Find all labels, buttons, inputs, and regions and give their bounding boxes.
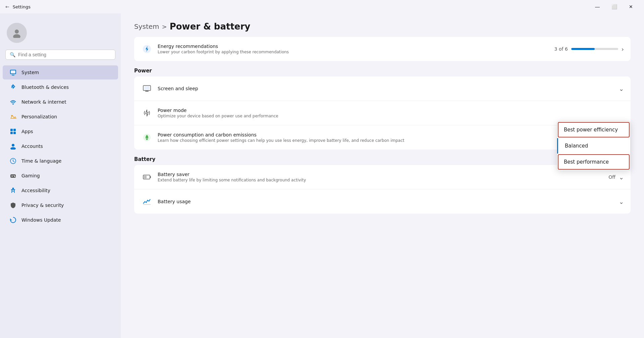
sidebar-item-privacy[interactable]: Privacy & security [3, 198, 118, 212]
energy-right: 3 of 6 [554, 46, 624, 53]
user-avatar-area [0, 19, 121, 50]
sidebar-system-label: System [21, 70, 39, 75]
maximize-button[interactable]: ⬜ [606, 1, 622, 12]
sidebar-accessibility-label: Accessibility [21, 188, 50, 193]
battery-usage-icon [141, 195, 153, 208]
sidebar-item-apps[interactable]: Apps [3, 124, 118, 138]
svg-point-1 [13, 34, 20, 38]
sidebar-item-windows-update[interactable]: Windows Update [3, 213, 118, 227]
privacy-icon [9, 202, 17, 209]
breadcrumb-system[interactable]: System [134, 22, 159, 31]
power-section-title: Power [134, 68, 631, 74]
minimize-button[interactable]: — [590, 1, 605, 12]
battery-usage-title: Battery usage [158, 199, 619, 204]
svg-point-5 [12, 103, 14, 105]
screen-sleep-title: Screen and sleep [158, 86, 619, 91]
chevron-right-icon [622, 46, 624, 53]
power-mode-title: Power mode [158, 108, 624, 113]
svg-rect-25 [144, 176, 147, 178]
battery-usage-right [619, 198, 624, 205]
battery-saver-row[interactable]: Battery saver Extend battery life by lim… [134, 165, 631, 189]
app-body: 🔍 System Bluetooth & devices [0, 13, 644, 338]
screen-sleep-text: Screen and sleep [158, 86, 619, 91]
battery-saver-value: Off [608, 174, 615, 180]
energy-subtitle: Lower your carbon footprint by applying … [158, 50, 554, 54]
personalization-icon [9, 113, 17, 120]
energy-text: Energy recommendations Lower your carbon… [158, 44, 554, 54]
svg-rect-26 [143, 204, 151, 205]
power-mode-text: Power mode Optimize your device based on… [158, 108, 624, 118]
dropdown-best-efficiency[interactable]: Best power efficiency [558, 122, 630, 137]
breadcrumb: System > Power & battery [134, 21, 631, 32]
svg-rect-10 [13, 132, 16, 134]
title-bar-left: ← Settings [5, 4, 31, 9]
svg-rect-20 [145, 91, 149, 92]
svg-point-16 [14, 176, 15, 177]
sidebar-item-accounts[interactable]: Accounts [3, 139, 118, 153]
battery-section-title: Battery [134, 156, 631, 162]
sidebar-bluetooth-label: Bluetooth & devices [21, 84, 69, 90]
accessibility-icon [9, 187, 17, 194]
sidebar-time-label: Time & language [21, 158, 61, 164]
power-mode-row[interactable]: Power mode Optimize your device based on… [134, 101, 631, 125]
battery-usage-row[interactable]: Battery usage [134, 189, 631, 214]
sidebar-item-network[interactable]: Network & internet [3, 95, 118, 109]
gaming-icon [9, 172, 17, 179]
energy-icon [141, 43, 153, 55]
power-consumption-text: Power consumption and carbon emissions L… [158, 132, 620, 143]
sidebar-personalization-label: Personalization [21, 114, 57, 119]
svg-point-0 [15, 30, 19, 34]
svg-rect-21 [144, 86, 150, 90]
screen-sleep-right [619, 85, 624, 92]
title-bar: ← Settings — ⬜ ✕ [0, 0, 644, 13]
sidebar-item-accessibility[interactable]: Accessibility [3, 183, 118, 198]
sidebar-privacy-label: Privacy & security [21, 203, 64, 208]
power-mode-subtitle: Optimize your device based on power use … [158, 114, 624, 118]
time-icon [9, 157, 17, 165]
energy-recommendations-row[interactable]: Energy recommendations Lower your carbon… [134, 37, 631, 61]
svg-rect-8 [13, 129, 16, 131]
svg-point-6 [11, 115, 12, 116]
battery-saver-title: Battery saver [158, 172, 608, 177]
bluetooth-icon [9, 83, 17, 91]
power-consumption-row[interactable]: Power consumption and carbon emissions L… [134, 125, 631, 150]
battery-saver-icon [141, 171, 153, 183]
system-icon [9, 69, 17, 76]
back-icon[interactable]: ← [5, 4, 9, 9]
svg-point-17 [12, 188, 14, 189]
sidebar-item-time[interactable]: Time & language [3, 154, 118, 168]
search-box[interactable]: 🔍 [5, 50, 115, 60]
sidebar-item-personalization[interactable]: Personalization [3, 110, 118, 124]
svg-rect-7 [10, 129, 13, 131]
sidebar-item-system[interactable]: System [3, 65, 118, 79]
sidebar-windows-update-label: Windows Update [21, 217, 61, 223]
window-controls: — ⬜ ✕ [590, 1, 639, 12]
sidebar: 🔍 System Bluetooth & devices [0, 13, 121, 338]
best-efficiency-label: Best power efficiency [564, 127, 618, 133]
energy-card: Energy recommendations Lower your carbon… [134, 37, 631, 61]
power-mode-dropdown-menu: Best power efficiency Balanced Best perf… [557, 121, 631, 171]
power-card: Screen and sleep Power mode Opti [134, 76, 631, 150]
screen-sleep-icon [141, 82, 153, 95]
breadcrumb-separator: > [162, 23, 167, 30]
screen-sleep-row[interactable]: Screen and sleep [134, 76, 631, 101]
power-consumption-icon [141, 131, 153, 144]
battery-saver-subtitle: Extend battery life by limiting some not… [158, 178, 608, 182]
dropdown-balanced[interactable]: Balanced [557, 138, 630, 154]
search-input[interactable] [18, 52, 111, 57]
energy-progress-bar-container [571, 48, 618, 50]
sidebar-item-gaming[interactable]: Gaming [3, 169, 118, 183]
sidebar-item-bluetooth[interactable]: Bluetooth & devices [3, 80, 118, 94]
search-icon: 🔍 [10, 52, 15, 57]
svg-rect-3 [12, 75, 14, 75]
battery-saver-right: Off [608, 174, 624, 181]
balanced-label: Balanced [565, 143, 588, 149]
energy-progress-fill [571, 48, 595, 50]
svg-rect-24 [150, 176, 151, 178]
sidebar-apps-label: Apps [21, 129, 33, 134]
close-button[interactable]: ✕ [623, 1, 639, 12]
battery-saver-text: Battery saver Extend battery life by lim… [158, 172, 608, 182]
battery-saver-chevron [619, 174, 624, 181]
energy-progress: 3 of 6 [554, 46, 568, 52]
dropdown-best-performance[interactable]: Best performance [558, 154, 630, 170]
